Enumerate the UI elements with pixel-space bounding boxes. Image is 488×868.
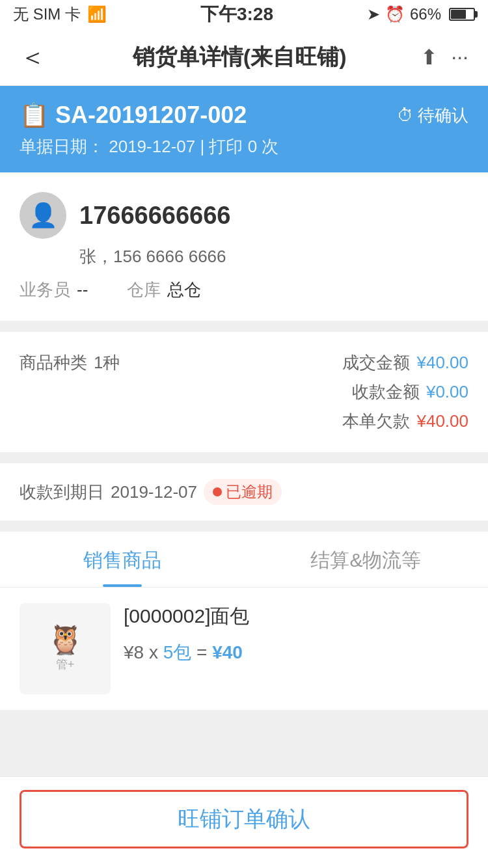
brand-label: 管+ (47, 657, 83, 672)
status-time: 下午3:28 (200, 2, 273, 27)
battery-icon (449, 8, 475, 21)
tab-settlement-label: 结算&物流等 (310, 549, 421, 571)
warehouse-item: 仓库 总仓 (127, 278, 201, 301)
status-right: ➤ ⏰ 66% (367, 5, 475, 23)
confirm-order-button[interactable]: 旺铺订单确认 (20, 790, 468, 848)
due-date-value: 2019-12-07 (111, 482, 197, 502)
product-image: 🦉 管+ (20, 603, 111, 694)
order-status-text: 待确认 (418, 104, 468, 127)
amount-value-1: ¥0.00 (426, 382, 468, 402)
customer-section: 👤 17666666666 张，156 6666 6666 业务员 -- 仓库 … (0, 172, 488, 321)
product-name: [0000002]面包 (124, 603, 468, 630)
product-info: [0000002]面包 ¥8 x 5包 = ¥40 (124, 603, 468, 665)
tabs-section: 销售商品 结算&物流等 (0, 532, 488, 588)
product-item: 🦉 管+ [0000002]面包 ¥8 x 5包 = ¥40 (20, 603, 468, 694)
amount-label-2: 本单欠款 (342, 410, 410, 433)
due-date-section: 收款到期日 2019-12-07 已逾期 (0, 463, 488, 521)
status-clock-icon: ⏱ (397, 105, 414, 126)
price-equals: = (197, 642, 212, 662)
battery-label: 66% (410, 5, 441, 23)
amount-value-0: ¥40.00 (416, 353, 468, 373)
summary-section: 商品种类 1种 成交金额 ¥40.00 收款金额 ¥0.00 本单欠款 ¥40.… (0, 332, 488, 452)
order-id-icon: 📋 (20, 102, 49, 129)
warehouse-value: 总仓 (167, 278, 201, 301)
amount-value-2: ¥40.00 (416, 411, 468, 431)
avatar-icon: 👤 (29, 202, 58, 229)
product-type-value: 1种 (94, 351, 120, 374)
salesman-item: 业务员 -- (20, 278, 88, 301)
amount-label-0: 成交金额 (342, 351, 410, 374)
nav-bar: ＜ 销货单详情(来自旺铺) ⬆ ··· (0, 29, 488, 86)
nav-actions: ⬆ ··· (420, 45, 468, 70)
summary-left: 商品种类 1种 (20, 351, 120, 374)
salesman-label: 业务员 (20, 278, 70, 301)
order-header: 📋 SA-20191207-002 ⏱ 待确认 单据日期： 2019-12-07… (0, 86, 488, 172)
summary-right: 成交金额 ¥40.00 收款金额 ¥0.00 本单欠款 ¥40.00 (342, 351, 468, 433)
product-list: 🦉 管+ [0000002]面包 ¥8 x 5包 = ¥40 (0, 588, 488, 710)
overdue-badge: 已逾期 (204, 479, 282, 505)
product-total: ¥40 (212, 642, 243, 662)
warehouse-label: 仓库 (127, 278, 161, 301)
order-id-row: 📋 SA-20191207-002 ⏱ 待确认 (20, 102, 468, 129)
amount-row-0: 成交金额 ¥40.00 (342, 351, 468, 374)
order-id-value: SA-20191207-002 (55, 102, 247, 129)
order-date: 单据日期： 2019-12-07 | 打印 0 次 (20, 135, 468, 158)
tab-products[interactable]: 销售商品 (0, 532, 244, 587)
customer-row: 👤 17666666666 (20, 192, 468, 239)
amount-row-2: 本单欠款 ¥40.00 (342, 410, 468, 433)
status-bar: 无 SIM 卡 📶 下午3:28 ➤ ⏰ 66% (0, 0, 488, 29)
amount-label-1: 收款金额 (352, 381, 420, 403)
customer-phone: 17666666666 (79, 202, 230, 230)
avatar: 👤 (20, 192, 66, 239)
owl-logo-icon: 🦉 (47, 625, 83, 654)
wifi-icon: 📶 (87, 5, 107, 23)
customer-name: 张，156 6666 6666 (79, 245, 468, 268)
carrier-label: 无 SIM 卡 (13, 4, 81, 25)
confirm-btn-wrap: 旺铺订单确认 (0, 776, 488, 868)
location-icon: ➤ (367, 5, 380, 23)
price-unit: ¥8 (124, 642, 144, 662)
tabs-row: 销售商品 结算&物流等 (0, 532, 488, 588)
amount-row-1: 收款金额 ¥0.00 (352, 381, 468, 403)
customer-meta: 业务员 -- 仓库 总仓 (20, 278, 468, 301)
page-title: 销货单详情(来自旺铺) (59, 42, 420, 72)
order-status: ⏱ 待确认 (397, 104, 468, 127)
overdue-dot-icon (213, 487, 222, 496)
overdue-text: 已逾期 (226, 481, 273, 502)
status-left: 无 SIM 卡 📶 (13, 4, 107, 25)
back-button[interactable]: ＜ (20, 39, 46, 75)
order-id: 📋 SA-20191207-002 (20, 102, 247, 129)
salesman-value: -- (77, 280, 88, 300)
summary-grid: 商品种类 1种 成交金额 ¥40.00 收款金额 ¥0.00 本单欠款 ¥40.… (20, 351, 468, 433)
share-button[interactable]: ⬆ (420, 45, 438, 70)
product-img-inner: 🦉 管+ (47, 625, 83, 672)
product-price: ¥8 x 5包 = ¥40 (124, 640, 468, 665)
product-quantity: 5包 (163, 642, 192, 662)
tab-settlement[interactable]: 结算&物流等 (244, 532, 488, 587)
tab-products-label: 销售商品 (83, 549, 161, 571)
more-button[interactable]: ··· (451, 45, 468, 69)
product-type-item: 商品种类 1种 (20, 351, 120, 374)
price-multiply: x (149, 642, 163, 662)
product-type-label: 商品种类 (20, 351, 87, 374)
due-date-label: 收款到期日 (20, 481, 104, 504)
alarm-icon: ⏰ (385, 5, 405, 23)
